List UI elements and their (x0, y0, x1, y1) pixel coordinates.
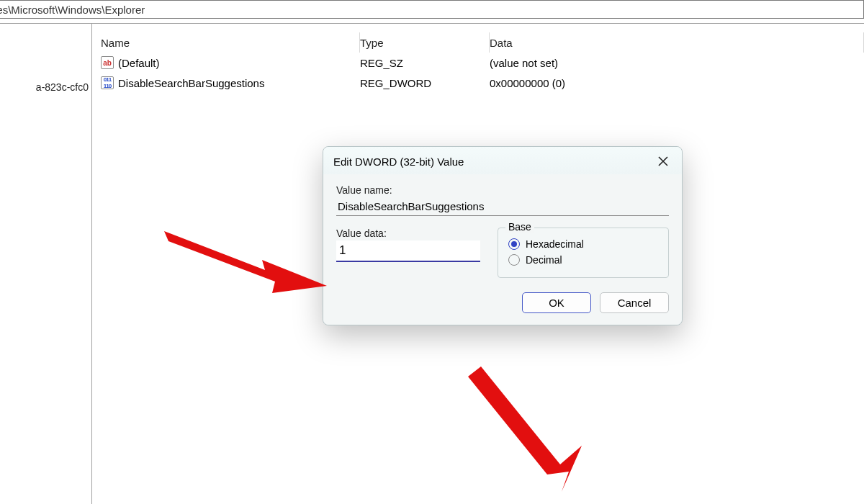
value-name-field[interactable] (336, 197, 669, 216)
row-name: (Default) (118, 57, 160, 69)
col-header-type[interactable]: Type (360, 32, 490, 53)
list-pane: Name Type Data ab (Default) REG_SZ (valu… (92, 23, 864, 504)
svg-marker-1 (468, 366, 582, 492)
address-path: e\Policies\Microsoft\Windows\Explorer (0, 4, 145, 16)
svg-marker-0 (164, 231, 327, 293)
radio-unselected-icon (508, 254, 520, 266)
value-data-label: Value data: (336, 228, 480, 239)
table-row[interactable]: ab (Default) REG_SZ (value not set) (92, 53, 864, 73)
row-data: 0x00000000 (0) (490, 77, 864, 89)
address-bar[interactable]: e\Policies\Microsoft\Windows\Explorer (0, 0, 864, 19)
annotation-arrow-icon (452, 355, 596, 494)
col-header-name[interactable]: Name (101, 32, 360, 53)
row-type: REG_DWORD (360, 77, 490, 89)
row-data: (value not set) (490, 57, 864, 69)
reg-sz-icon: ab (101, 56, 114, 69)
table-row[interactable]: 011110 DisableSearchBarSuggestions REG_D… (92, 73, 864, 93)
cancel-button[interactable]: Cancel (600, 292, 669, 313)
annotation-arrow-icon (164, 231, 330, 298)
radio-hexadecimal[interactable]: Hexadecimal (508, 238, 658, 250)
value-data-field[interactable] (336, 240, 480, 262)
row-name: DisableSearchBarSuggestions (118, 77, 264, 89)
tree-item[interactable]: a-823c-cfc0 (0, 81, 89, 93)
tree-pane[interactable]: a-823c-cfc0 (0, 23, 92, 504)
ok-button[interactable]: OK (522, 292, 591, 313)
col-header-data[interactable]: Data (490, 32, 864, 53)
reg-dword-icon: 011110 (101, 76, 114, 89)
row-type: REG_SZ (360, 57, 490, 69)
list-header: Name Type Data (92, 32, 864, 53)
close-icon[interactable] (654, 153, 672, 170)
edit-dword-dialog: Edit DWORD (32-bit) Value Value name: Va… (323, 146, 683, 325)
dialog-titlebar[interactable]: Edit DWORD (32-bit) Value (323, 147, 682, 174)
value-name-label: Value name: (336, 184, 669, 196)
dialog-title: Edit DWORD (32-bit) Value (333, 156, 464, 168)
base-label: Base (505, 221, 534, 233)
radio-decimal[interactable]: Decimal (508, 254, 658, 266)
base-group: Base Hexadecimal Decimal (498, 228, 669, 278)
radio-selected-icon (508, 238, 520, 250)
